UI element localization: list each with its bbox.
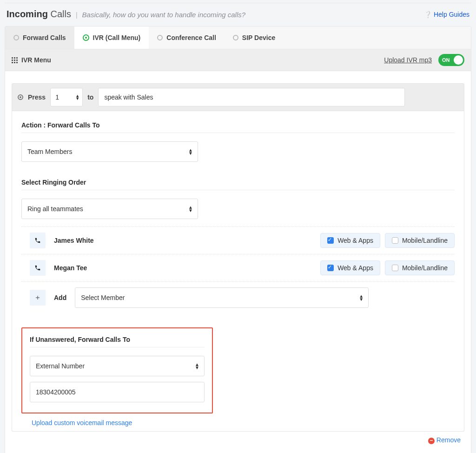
- select-arrows-icon: ▲▼: [75, 94, 79, 100]
- minus-icon: −: [428, 438, 435, 444]
- member-row: Megan Tee Web & Apps Mobile/Landline: [21, 254, 455, 282]
- call-handling-tabs: Forward Calls IVR (Call Menu) Conference…: [5, 27, 471, 49]
- tab-ivr[interactable]: IVR (Call Menu): [74, 27, 149, 49]
- web-apps-checkbox[interactable]: Web & Apps: [320, 233, 380, 248]
- web-apps-checkbox[interactable]: Web & Apps: [320, 260, 380, 275]
- toggle-knob-icon: [454, 55, 463, 65]
- grid-icon: [12, 57, 18, 63]
- radio-icon: [157, 35, 163, 40]
- press-radio-icon[interactable]: [18, 94, 23, 100]
- member-row: James White Web & Apps Mobile/Landline: [21, 227, 455, 254]
- phone-icon: [30, 260, 46, 276]
- press-key-select[interactable]: 1 ▲▼: [50, 88, 83, 107]
- radio-icon: [13, 35, 19, 40]
- checkbox-icon: [327, 265, 334, 271]
- radio-icon: [233, 35, 238, 40]
- ivr-toggle[interactable]: ON: [438, 54, 464, 66]
- tab-conference-call[interactable]: Conference Call: [149, 27, 225, 49]
- remove-option-link[interactable]: −Remove: [428, 436, 461, 444]
- help-guides-link[interactable]: ❔ Help Guides: [424, 11, 469, 18]
- ivr-menu-label: IVR Menu: [12, 56, 51, 64]
- select-arrows-icon: ▲▼: [188, 148, 193, 155]
- radio-icon: [83, 34, 89, 41]
- mobile-landline-checkbox[interactable]: Mobile/Landline: [385, 260, 455, 275]
- press-label: Press: [28, 93, 46, 101]
- page-title: Incoming Calls: [7, 9, 71, 20]
- tab-forward-calls[interactable]: Forward Calls: [5, 27, 74, 49]
- add-label: Add: [54, 294, 66, 301]
- select-arrows-icon: ▲▼: [195, 363, 199, 369]
- select-arrows-icon: ▲▼: [188, 206, 193, 212]
- member-name: Megan Tee: [54, 264, 87, 272]
- upload-ivr-link[interactable]: Upload IVR mp3: [384, 56, 432, 64]
- action-select[interactable]: Team Members ▲▼: [21, 141, 198, 162]
- to-label: to: [87, 93, 93, 101]
- tab-sip-device[interactable]: SIP Device: [225, 27, 284, 49]
- external-number-input[interactable]: [30, 382, 205, 402]
- unanswered-heading: If Unanswered, Forward Calls To: [30, 336, 205, 347]
- action-heading: Action : Forward Calls To: [21, 121, 455, 133]
- title-divider: |: [76, 11, 78, 19]
- unanswered-section: If Unanswered, Forward Calls To External…: [21, 327, 213, 413]
- add-member-select[interactable]: Select Member ▲▼: [75, 287, 369, 308]
- ringing-order-select[interactable]: Ring all teammates ▲▼: [21, 199, 198, 219]
- plus-icon[interactable]: [30, 290, 46, 306]
- member-name: James White: [54, 237, 94, 244]
- phone-icon: [30, 233, 46, 248]
- add-member-row: Add Select Member ▲▼: [21, 282, 455, 313]
- page-header: Incoming Calls | Basically, how do you w…: [7, 9, 245, 20]
- press-key-row: Press 1 ▲▼ to: [12, 83, 464, 111]
- page-subtitle: Basically, how do you want to handle inc…: [82, 11, 246, 19]
- unanswered-select[interactable]: External Number ▲▼: [30, 356, 205, 376]
- select-arrows-icon: ▲▼: [359, 294, 364, 301]
- checkbox-icon: [392, 265, 398, 271]
- help-icon: ❔: [424, 11, 432, 18]
- press-description-input[interactable]: [98, 88, 405, 107]
- upload-voicemail-link[interactable]: Upload custom voicemail message: [32, 419, 132, 426]
- mobile-landline-checkbox[interactable]: Mobile/Landline: [385, 233, 455, 248]
- checkbox-icon: [392, 237, 398, 244]
- ringing-order-heading: Select Ringing Order: [21, 179, 455, 190]
- checkbox-icon: [327, 237, 334, 244]
